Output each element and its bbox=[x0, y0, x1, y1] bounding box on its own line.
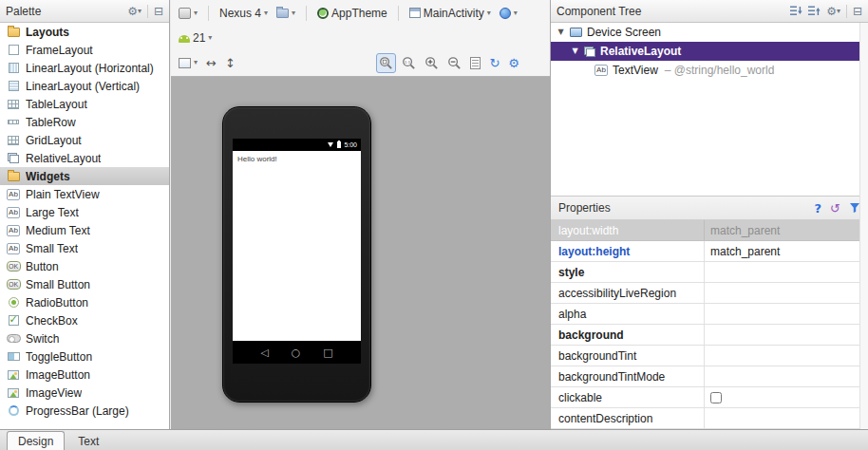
preview-xml-button[interactable] bbox=[467, 54, 483, 72]
activity-dropdown[interactable]: MainActivity ▾ bbox=[406, 5, 494, 22]
property-value[interactable] bbox=[705, 346, 868, 366]
property-name[interactable]: alpha bbox=[551, 304, 705, 324]
device-screen-preview[interactable]: 5:00 Hello world! ◁ ○ □ bbox=[233, 139, 361, 364]
palette-item-button[interactable]: Button bbox=[0, 257, 169, 275]
android-icon bbox=[179, 35, 190, 43]
expand-all-icon[interactable] bbox=[790, 5, 802, 17]
zoom-in-button[interactable] bbox=[422, 53, 442, 73]
palette-item-linearlayout-horizontal[interactable]: LinearLayout (Horizontal) bbox=[0, 59, 169, 77]
palette-section-layouts[interactable]: Layouts bbox=[0, 23, 169, 41]
property-value[interactable]: match_parent bbox=[705, 220, 868, 240]
property-name[interactable]: clickable bbox=[551, 387, 705, 407]
property-name[interactable]: background bbox=[551, 325, 705, 345]
palette-settings-icon[interactable]: ⚙ bbox=[127, 6, 138, 17]
palette-item-checkbox[interactable]: CheckBox bbox=[0, 311, 169, 329]
property-name[interactable]: accessibilityLiveRegion bbox=[551, 283, 705, 303]
tree-node-device-screen[interactable]: ▼ Device Screen bbox=[551, 23, 868, 42]
property-row[interactable]: layout:width match_parent bbox=[551, 220, 868, 241]
palette-item-tablerow[interactable]: TableRow bbox=[0, 113, 169, 131]
hello-world-textview[interactable]: Hello world! bbox=[237, 155, 277, 163]
property-row[interactable]: style bbox=[551, 262, 868, 283]
clickable-checkbox[interactable] bbox=[710, 392, 722, 403]
palette-item-small-button[interactable]: Small Button bbox=[0, 275, 169, 293]
property-row[interactable]: accessibilityLiveRegion bbox=[551, 283, 868, 304]
property-name[interactable]: contentDescription bbox=[551, 408, 705, 428]
property-row[interactable]: clickable bbox=[551, 387, 868, 408]
palette-item-linearlayout-vertical[interactable]: LinearLayout (Vertical) bbox=[0, 77, 169, 95]
textview-icon bbox=[7, 207, 20, 218]
property-value[interactable] bbox=[705, 262, 868, 282]
expand-arrow-icon[interactable]: ▼ bbox=[557, 28, 565, 36]
palette-item-plain-textview[interactable]: Plain TextView bbox=[0, 185, 169, 203]
palette-item-framelayout[interactable]: FrameLayout bbox=[0, 41, 169, 59]
zoom-fit-width-button[interactable]: ↔ bbox=[203, 55, 219, 71]
help-icon[interactable]: ? bbox=[815, 202, 822, 215]
property-value[interactable] bbox=[705, 366, 868, 386]
gridlayout-icon bbox=[8, 136, 19, 145]
palette-item-radiobutton[interactable]: RadioButton bbox=[0, 293, 169, 311]
palette-section-widgets[interactable]: Widgets bbox=[0, 167, 169, 185]
caret-down-icon[interactable]: ▾ bbox=[138, 8, 142, 15]
tab-design[interactable]: Design bbox=[7, 431, 65, 450]
tablerow-icon bbox=[8, 120, 19, 124]
palette-item-small-text[interactable]: Small Text bbox=[0, 239, 169, 257]
property-row[interactable]: background bbox=[551, 325, 868, 346]
device-dropdown[interactable]: Nexus 4 ▾ bbox=[217, 5, 271, 22]
property-value[interactable] bbox=[705, 283, 868, 303]
palette-item-switch[interactable]: Switch bbox=[0, 329, 169, 347]
property-name[interactable]: layout:width bbox=[551, 220, 705, 240]
palette-item-large-text[interactable]: Large Text bbox=[0, 203, 169, 221]
refresh-button[interactable]: ↻ bbox=[486, 54, 502, 72]
theme-button[interactable]: AppTheme bbox=[314, 5, 390, 22]
export-image-dropdown[interactable]: ▾ bbox=[176, 56, 200, 70]
property-name[interactable]: style bbox=[551, 262, 705, 282]
zoom-out-button[interactable] bbox=[444, 53, 464, 73]
palette-item-imageview[interactable]: ImageView bbox=[0, 384, 169, 402]
property-row[interactable]: backgroundTintMode bbox=[551, 366, 868, 387]
status-bar: 5:00 bbox=[233, 139, 361, 151]
property-value[interactable]: match_parent bbox=[705, 241, 868, 261]
property-value[interactable] bbox=[705, 408, 868, 428]
caret-down-icon[interactable]: ▾ bbox=[837, 8, 840, 15]
property-row[interactable]: contentDescription bbox=[551, 408, 868, 429]
design-canvas[interactable]: 5:00 Hello world! ◁ ○ □ bbox=[171, 77, 550, 429]
property-value[interactable] bbox=[705, 304, 868, 324]
collapse-all-icon[interactable] bbox=[808, 5, 821, 17]
property-name[interactable]: backgroundTintMode bbox=[551, 366, 705, 386]
device-config-dropdown[interactable]: ▾ bbox=[176, 6, 200, 21]
property-value[interactable] bbox=[705, 325, 868, 345]
property-row[interactable]: alpha bbox=[551, 304, 868, 325]
orientation-dropdown[interactable]: ▾ bbox=[274, 7, 298, 20]
palette-item-togglebutton[interactable]: ToggleButton bbox=[0, 347, 169, 366]
palette-item-tablelayout[interactable]: TableLayout bbox=[0, 95, 169, 113]
property-name[interactable]: layout:height bbox=[551, 241, 705, 261]
property-row[interactable]: layout:height match_parent bbox=[551, 241, 868, 262]
zoom-to-fit-button[interactable] bbox=[376, 53, 396, 73]
scrollbar[interactable] bbox=[859, 23, 868, 429]
palette-item-imagebutton[interactable]: ImageButton bbox=[0, 366, 169, 384]
layout-preview[interactable]: Hello world! bbox=[233, 151, 361, 341]
locale-dropdown[interactable]: ▾ bbox=[497, 6, 520, 21]
palette-item-progressbar-large[interactable]: ProgressBar (Large) bbox=[0, 402, 169, 420]
palette-item-relativelayout[interactable]: RelativeLayout bbox=[0, 149, 169, 167]
zoom-fit-height-button[interactable]: ↕ bbox=[222, 55, 238, 71]
palette-item-medium-text[interactable]: Medium Text bbox=[0, 221, 169, 239]
tab-text[interactable]: Text bbox=[66, 431, 110, 450]
relativelayout-icon bbox=[8, 153, 19, 163]
undo-icon[interactable]: ↺ bbox=[830, 202, 840, 215]
imageview-icon bbox=[8, 388, 19, 398]
tree-settings-icon[interactable]: ⚙ bbox=[826, 6, 837, 17]
expand-arrow-icon[interactable]: ▼ bbox=[571, 47, 579, 55]
api-level-dropdown[interactable]: 21 ▾ bbox=[176, 29, 215, 47]
zoom-actual-size-button[interactable]: 1:1 bbox=[399, 53, 419, 73]
property-row[interactable]: backgroundTint bbox=[551, 346, 868, 366]
tree-node-textview[interactable]: TextView – @string/hello_world bbox=[551, 61, 868, 80]
tree-hide-icon[interactable]: ⊟ bbox=[853, 6, 862, 17]
render-settings-button[interactable]: ⚙ bbox=[505, 54, 522, 72]
caret-down-icon: ▾ bbox=[208, 34, 212, 42]
palette-hide-icon[interactable]: ⊟ bbox=[154, 6, 163, 17]
tree-node-relativelayout[interactable]: ▼ RelativeLayout bbox=[551, 42, 868, 61]
palette-item-label: ToggleButton bbox=[26, 350, 92, 364]
property-name[interactable]: backgroundTint bbox=[551, 346, 705, 366]
palette-item-gridlayout[interactable]: GridLayout bbox=[0, 131, 169, 149]
